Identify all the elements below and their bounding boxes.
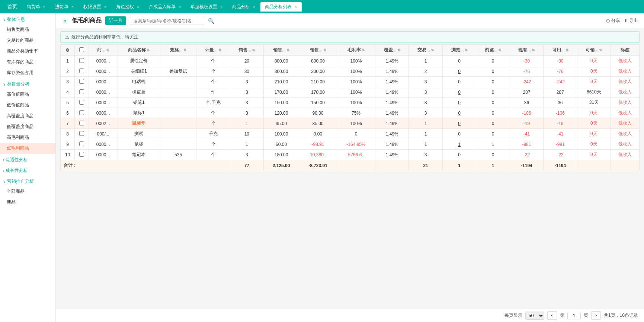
table-row: 10000...属性定价个20800.00800.00100%1.49%100-… xyxy=(61,56,640,66)
sidebar-item-low-margin[interactable]: 低毛利商品 xyxy=(0,143,55,154)
row-checkbox[interactable] xyxy=(75,129,89,139)
row-checkbox[interactable] xyxy=(75,77,89,87)
col-name[interactable]: 商品名称⇅ xyxy=(118,45,160,56)
row-trade: 3 xyxy=(409,77,442,87)
sidebar-item-high-value[interactable]: 高价值商品 xyxy=(0,89,55,100)
col-unit[interactable]: 计量...⇅ xyxy=(196,45,230,56)
row-sales-profit: 210.00 xyxy=(299,77,337,87)
row-stock-available: -19 xyxy=(544,118,577,129)
row-coverage: 1.49% xyxy=(375,98,408,108)
sidebar-group-circulation[interactable]: › 流通性分析 xyxy=(0,154,55,165)
nav-permissions-close[interactable]: × xyxy=(104,4,106,9)
next-page-button[interactable]: ＞ xyxy=(591,311,601,320)
search-input[interactable] xyxy=(130,17,204,25)
sidebar-item-new-products[interactable]: 新品 xyxy=(0,197,55,208)
sidebar-item-capital[interactable]: 库存资金占用 xyxy=(0,67,55,78)
sidebar-item-sales-products[interactable]: 销售类商品 xyxy=(0,24,55,35)
period-button[interactable]: 近一月 xyxy=(105,16,126,25)
col-spec[interactable]: 规格...⇅ xyxy=(160,45,196,56)
row-unit: 个 xyxy=(196,150,230,160)
nav-purchase-close[interactable]: × xyxy=(71,4,74,9)
nav-roles-close[interactable]: × xyxy=(137,4,139,9)
footer-trade: 21 xyxy=(409,160,442,171)
nav-home[interactable]: 首页 xyxy=(3,2,22,12)
row-checkbox[interactable] xyxy=(75,139,89,150)
row-checkbox[interactable] xyxy=(75,150,89,160)
sidebar-item-traded-products[interactable]: 交易过的商品 xyxy=(0,35,55,46)
row-name: 属性定价 xyxy=(118,56,160,66)
row-browse1: 0 xyxy=(442,129,476,139)
nav-permissions[interactable]: 权限设置 × xyxy=(79,2,111,12)
col-settings[interactable]: ⚙ xyxy=(61,45,75,56)
row-coverage: 1.49% xyxy=(375,66,408,77)
row-checkbox[interactable] xyxy=(75,87,89,98)
data-table-wrapper[interactable]: ⚙ 商...⇅ 商品名称⇅ 规格...⇅ 计量...⇅ 销售...⇅ 销售...… xyxy=(60,44,640,309)
nav-purchase[interactable]: 进货单 × xyxy=(51,2,78,12)
row-trade: 1 xyxy=(409,139,442,150)
row-trade: 1 xyxy=(409,129,442,139)
col-trade[interactable]: 交易...⇅ xyxy=(409,45,442,56)
share-button[interactable]: ⬡ 分享 xyxy=(606,17,620,24)
col-browse2[interactable]: 浏览...⇅ xyxy=(476,45,510,56)
row-browse2: 0 xyxy=(476,56,510,66)
nav-roles[interactable]: 角色授权 × xyxy=(112,2,144,12)
nav-product-analysis-list[interactable]: 商品分析列表 × xyxy=(260,2,301,12)
row-stock-current: -30 xyxy=(510,56,543,66)
col-sales-amount[interactable]: 销售...⇅ xyxy=(264,45,299,56)
nav-template-close[interactable]: × xyxy=(220,4,222,9)
nav-template[interactable]: 单据模板设置 × xyxy=(186,2,227,12)
row-sales-count: 30 xyxy=(230,66,263,77)
nav-product-analysis-list-close[interactable]: × xyxy=(295,4,297,9)
page-label: 第 xyxy=(560,312,564,319)
sidebar-item-high-margin[interactable]: 高毛利商品 xyxy=(0,132,55,143)
sidebar-item-high-coverage[interactable]: 高覆盖度商品 xyxy=(0,111,55,121)
col-stock-available[interactable]: 可用...⇅ xyxy=(544,45,577,56)
sidebar-item-low-coverage[interactable]: 低覆盖度商品 xyxy=(0,121,55,132)
row-coverage: 1.49% xyxy=(375,56,408,66)
nav-product-entry[interactable]: 产成品入库单 × xyxy=(144,2,185,12)
nav-sales[interactable]: 销货单 × xyxy=(22,2,50,12)
col-browse1[interactable]: 浏览...⇅ xyxy=(442,45,476,56)
col-gross-margin[interactable]: 毛利率⇅ xyxy=(337,45,375,56)
sidebar-item-low-value[interactable]: 低价值商品 xyxy=(0,100,55,111)
prev-page-button[interactable]: ＜ xyxy=(547,311,557,320)
col-code[interactable]: 商...⇅ xyxy=(89,45,118,56)
row-coverage: 1.49% xyxy=(375,150,408,160)
row-code: 000/... xyxy=(89,129,118,139)
nav-product-analysis-close[interactable]: × xyxy=(253,4,255,9)
col-stock-current[interactable]: 现有...⇅ xyxy=(510,45,543,56)
sidebar-item-all-products[interactable]: 全部商品 xyxy=(0,186,55,197)
sidebar-collapse-button[interactable]: « xyxy=(62,17,68,24)
sidebar-item-category-rate[interactable]: 商品分类助销率 xyxy=(0,46,55,57)
col-sales-count[interactable]: 销售...⇅ xyxy=(230,45,263,56)
row-checkbox[interactable] xyxy=(75,56,89,66)
row-stock-current: -106 xyxy=(510,108,543,118)
row-num: 10 xyxy=(61,150,75,160)
row-num: 7 xyxy=(61,118,75,129)
col-checkbox[interactable] xyxy=(75,45,89,56)
nav-sales-close[interactable]: × xyxy=(43,4,45,9)
sidebar-group-marketing[interactable]: ∨ 营销推广分析 xyxy=(0,175,55,186)
export-button[interactable]: ⬆ 导出 xyxy=(624,17,638,24)
row-checkbox[interactable] xyxy=(75,98,89,108)
select-all-checkbox[interactable] xyxy=(79,47,84,52)
per-page-select[interactable]: 50 100 200 xyxy=(525,312,544,320)
row-sales-profit: -10,380... xyxy=(299,150,337,160)
page-number-input[interactable] xyxy=(567,312,581,319)
row-checkbox[interactable] xyxy=(75,118,89,129)
row-trade: 1 xyxy=(409,56,442,66)
sidebar-item-in-stock[interactable]: 有库存的商品 xyxy=(0,57,55,67)
row-checkbox[interactable] xyxy=(75,108,89,118)
sidebar-group-cluster[interactable]: ∨ 类群量分析 xyxy=(0,78,55,89)
footer-label: 合计： xyxy=(61,160,230,171)
table-row: 40000...橡皮擦件3170.00170.00100%1.49%300287… xyxy=(61,87,640,98)
col-coverage[interactable]: 覆盖...⇅ xyxy=(375,45,408,56)
col-sales-profit[interactable]: 销售...⇅ xyxy=(299,45,337,56)
search-button[interactable]: 🔍 xyxy=(208,18,214,24)
col-stock-sellable[interactable]: 可销...⇅ xyxy=(577,45,611,56)
nav-product-analysis[interactable]: 商品分析 × xyxy=(228,2,260,12)
row-checkbox[interactable] xyxy=(75,66,89,77)
sidebar-group-overall[interactable]: ∨ 整体信息 xyxy=(0,13,55,24)
sidebar-group-growth[interactable]: › 成长性分析 xyxy=(0,165,55,175)
nav-product-entry-close[interactable]: × xyxy=(179,4,181,9)
